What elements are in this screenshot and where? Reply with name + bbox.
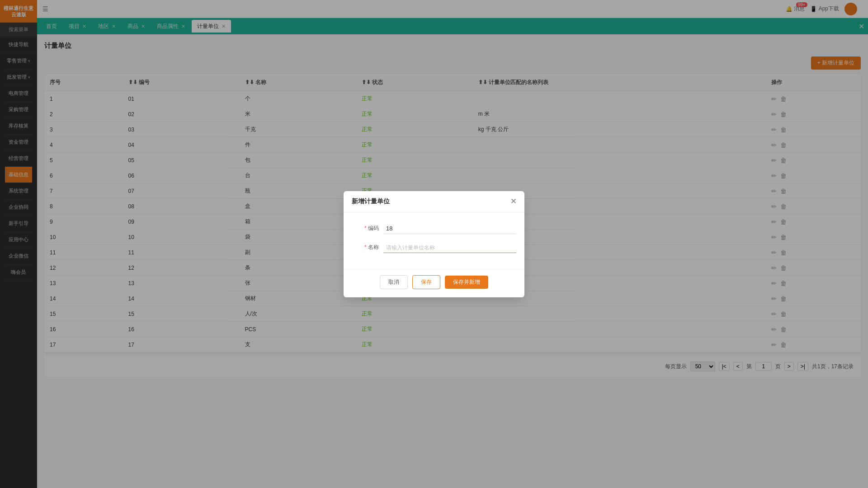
modal-body: 编码 名称 (344, 212, 524, 269)
save-button[interactable]: 保存 (412, 275, 440, 289)
code-field-row: 编码 (352, 223, 516, 234)
modal-header: 新增计量单位 ✕ (344, 191, 524, 212)
code-label: 编码 (352, 225, 379, 232)
modal-overlay[interactable]: 新增计量单位 ✕ 编码 名称 取消 保存 保存并新增 (0, 0, 868, 488)
add-unit-modal: 新增计量单位 ✕ 编码 名称 取消 保存 保存并新增 (344, 191, 524, 297)
cancel-button[interactable]: 取消 (380, 275, 408, 289)
code-input[interactable] (383, 223, 516, 234)
modal-title: 新增计量单位 (352, 197, 390, 206)
name-input[interactable] (383, 242, 516, 253)
modal-footer: 取消 保存 保存并新增 (344, 269, 524, 297)
modal-close-icon[interactable]: ✕ (510, 198, 516, 205)
name-label: 名称 (352, 244, 379, 251)
save-and-new-button[interactable]: 保存并新增 (445, 276, 488, 289)
name-field-row: 名称 (352, 242, 516, 253)
